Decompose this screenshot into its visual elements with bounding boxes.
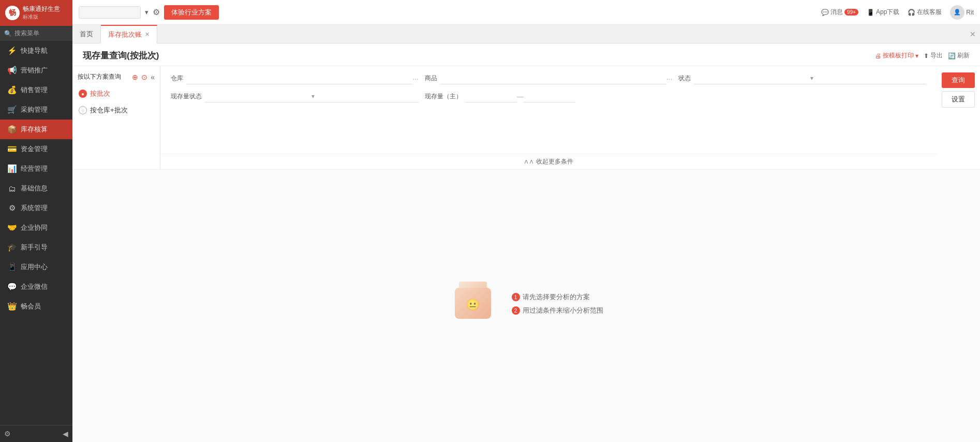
topbar-settings-icon[interactable]: ⚙: [153, 7, 160, 17]
filter-row-1: 仓库 ··· 商品 ··· 状态: [171, 72, 926, 84]
topbar-actions: 💬 消息 99+ 📱 App下载 🎧 在线客服 👤 Rit: [821, 5, 974, 20]
print-label: 按模板打印: [883, 51, 914, 60]
collapse-bar[interactable]: ∧∧ 收起更多条件: [160, 154, 937, 169]
tip-text-1: 请先选择要分析的方案: [523, 292, 590, 302]
settings-button[interactable]: 设置: [942, 91, 975, 108]
sidebar-item-quicknav[interactable]: ⚡ 快捷导航: [0, 41, 72, 61]
wechat-icon: 💬: [7, 282, 17, 291]
experience-btn[interactable]: 体验行业方案: [164, 5, 219, 20]
search-icon: 🔍: [4, 30, 12, 37]
stock-status-dropdown-icon: ▾: [311, 93, 415, 100]
scheme-item-warehouse-batch[interactable]: ○ 按仓库+批次: [72, 102, 160, 119]
finance-icon: 💳: [7, 144, 17, 154]
tab-batch-account[interactable]: 库存批次账 ✕: [101, 25, 157, 43]
filter-form: 仓库 ··· 商品 ··· 状态: [160, 66, 937, 154]
sidebar-footer: ⚙ ◀: [0, 425, 72, 442]
qty-dash: —: [517, 93, 524, 100]
product-input[interactable]: [440, 72, 666, 84]
tab-home[interactable]: 首页: [72, 25, 101, 43]
query-button[interactable]: 查询: [942, 72, 975, 88]
sidebar-item-collab[interactable]: 🤝 企业协同: [0, 218, 72, 238]
member-icon: 👑: [7, 302, 17, 311]
warehouse-input[interactable]: [186, 72, 412, 84]
app-download-label: App下载: [876, 8, 899, 17]
empty-tips: 1 请先选择要分析的方案 2 用过滤条件来缩小分析范围: [512, 292, 603, 319]
messages-label: 消息: [830, 8, 843, 17]
topbar-search-input[interactable]: [79, 6, 141, 19]
collapse-sidebar-icon[interactable]: ◀: [63, 430, 68, 438]
qty-label: 现存量（主）: [425, 92, 462, 101]
export-icon: ⬆: [924, 52, 929, 60]
sidebar-item-inventory[interactable]: 📦 库存核算: [0, 120, 72, 139]
sidebar-search[interactable]: 🔍 搜索菜单: [0, 26, 72, 41]
scheme-dot-active: ●: [79, 90, 87, 98]
status-select[interactable]: ▾: [694, 72, 926, 84]
sidebar-item-wechat[interactable]: 💬 企业微信: [0, 277, 72, 297]
online-service-action[interactable]: 🎧 在线客服: [908, 8, 942, 17]
topbar: ▾ ⚙ 体验行业方案 💬 消息 99+ 📱 App下载 🎧 在线客服 👤 Rit: [72, 0, 980, 25]
status-dropdown-icon: ▾: [810, 75, 923, 82]
scheme-label-warehouse-batch: 按仓库+批次: [90, 106, 128, 115]
qty-min-input[interactable]: [465, 91, 517, 102]
add-scheme-icon[interactable]: ⊕: [132, 73, 138, 81]
filter-row-2: 现存量状态 ▾ 现存量（主） —: [171, 91, 926, 102]
query-buttons: 查询 设置: [937, 66, 980, 169]
sidebar-item-sales[interactable]: 💰 销售管理: [0, 80, 72, 100]
sidebar-item-newbie[interactable]: 🎓 新手引导: [0, 238, 72, 257]
sidebar-item-business[interactable]: 📊 经营管理: [0, 159, 72, 179]
scheme-label-batch: 按批次: [90, 89, 110, 98]
sidebar-item-system[interactable]: ⚙ 系统管理: [0, 198, 72, 218]
print-action[interactable]: 🖨 按模板打印 ▾: [875, 51, 918, 60]
export-action[interactable]: ⬆ 导出: [924, 51, 943, 60]
messages-action[interactable]: 💬 消息 99+: [821, 8, 858, 17]
refresh-icon: 🔄: [948, 52, 956, 60]
sidebar-item-label: 系统管理: [21, 203, 48, 213]
refresh-action[interactable]: 🔄 刷新: [948, 51, 970, 60]
marketing-icon: 📢: [7, 66, 17, 75]
print-icon: 🖨: [875, 52, 881, 60]
app-download-action[interactable]: 📱 App下载: [867, 8, 899, 17]
topbar-dropdown-icon[interactable]: ▾: [145, 8, 149, 16]
newbie-icon: 🎓: [7, 243, 17, 252]
settings-footer-icon[interactable]: ⚙: [4, 430, 11, 438]
empty-face-icon: 😐: [466, 298, 480, 312]
filter-area: 按以下方案查询 ⊕ ⊙ « ● 按批次 ○ 按仓库+批次: [72, 66, 980, 170]
sidebar-item-member[interactable]: 👑 畅会员: [0, 297, 72, 316]
product-more-icon[interactable]: ···: [666, 75, 673, 83]
print-dropdown-icon[interactable]: ▾: [915, 52, 918, 60]
sidebar-nav: ⚡ 快捷导航 📢 营销推广 💰 销售管理 🛒 采购管理 📦 库存核算 💳 资金管…: [0, 41, 72, 425]
user-avatar[interactable]: 👤 Rit: [950, 5, 974, 20]
stock-status-select[interactable]: ▾: [205, 91, 419, 102]
main-area: ▾ ⚙ 体验行业方案 💬 消息 99+ 📱 App下载 🎧 在线客服 👤 Rit: [72, 0, 980, 442]
sidebar-item-basic[interactable]: 🗂 基础信息: [0, 179, 72, 198]
sidebar-item-label: 应用中心: [21, 262, 48, 272]
tab-close-icon[interactable]: ✕: [145, 31, 150, 38]
tip-text-2: 用过滤条件来缩小分析范围: [523, 306, 603, 315]
sidebar-header: 畅 畅康通好生意 标准版: [0, 0, 72, 26]
warehouse-more-icon[interactable]: ···: [412, 75, 419, 83]
settings-scheme-icon[interactable]: ⊙: [141, 73, 147, 81]
phone-icon: 📱: [867, 9, 874, 16]
collapse-scheme-icon[interactable]: «: [151, 73, 155, 81]
qty-max-input[interactable]: [524, 91, 575, 102]
scheme-item-batch[interactable]: ● 按批次: [72, 85, 160, 102]
sidebar-item-label: 销售管理: [21, 85, 48, 95]
tab-home-label: 首页: [80, 30, 93, 39]
sidebar-item-label: 采购管理: [21, 105, 48, 114]
sidebar-item-purchase[interactable]: 🛒 采购管理: [0, 100, 72, 120]
stock-status-label: 现存量状态: [171, 92, 202, 101]
empty-state: 😐 1 请先选择要分析的方案 2 用过滤条件来缩小分析范围: [72, 170, 980, 442]
tip-num-2: 2: [512, 306, 520, 315]
tab-panel-close[interactable]: ✕: [970, 30, 980, 38]
content-area: 现存量查询(按批次) 🖨 按模板打印 ▾ ⬆ 导出 🔄 刷新: [72, 43, 980, 442]
tab-batch-label: 库存批次账: [108, 30, 142, 39]
sidebar-item-label: 企业微信: [21, 282, 48, 291]
inventory-icon: 📦: [7, 125, 17, 134]
warehouse-label: 仓库: [171, 74, 183, 83]
sidebar-item-appstore[interactable]: 📱 应用中心: [0, 257, 72, 277]
scheme-header-label: 按以下方案查询: [78, 72, 121, 81]
sales-icon: 💰: [7, 85, 17, 95]
sidebar-item-finance[interactable]: 💳 资金管理: [0, 139, 72, 159]
collapse-up-icon: ∧∧: [524, 158, 534, 165]
sidebar-item-marketing[interactable]: 📢 营销推广: [0, 61, 72, 80]
